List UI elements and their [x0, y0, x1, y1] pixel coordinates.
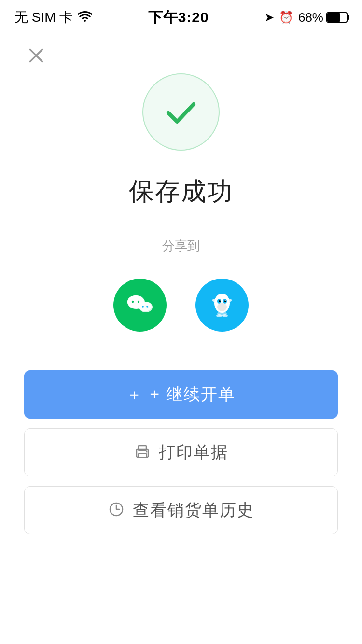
- action-buttons: ＋ + 继续开单 打印单据 查看销货单历: [24, 370, 338, 534]
- svg-point-12: [142, 306, 144, 308]
- status-time: 下午3:20: [148, 8, 209, 28]
- svg-rect-29: [139, 453, 146, 457]
- sim-text: 无 SIM 卡: [14, 8, 73, 27]
- printer-icon: [134, 443, 151, 462]
- svg-point-17: [222, 314, 228, 317]
- print-label: 打印单据: [159, 441, 228, 463]
- success-title: 保存成功: [129, 175, 233, 209]
- location-icon: ➤: [265, 11, 274, 24]
- battery-icon: [326, 12, 348, 23]
- status-left: 无 SIM 卡: [14, 8, 92, 27]
- divider-line-left: [24, 246, 153, 246]
- battery-block: 68%: [298, 10, 348, 25]
- svg-point-23: [225, 300, 226, 301]
- status-bar: 无 SIM 卡 下午3:20 ➤ ⏰ 68%: [0, 0, 362, 35]
- svg-point-9: [139, 302, 152, 311]
- plus-icon: ＋: [126, 387, 142, 402]
- battery-fill: [327, 13, 340, 22]
- share-label: 分享到: [162, 238, 200, 254]
- history-icon: [108, 501, 125, 520]
- main-content: 保存成功 分享到: [0, 35, 362, 563]
- divider-line-right: [209, 246, 338, 246]
- battery-percent: 68%: [298, 10, 323, 25]
- svg-point-26: [212, 299, 216, 302]
- qq-share-button[interactable]: [195, 279, 249, 332]
- svg-point-13: [146, 306, 148, 308]
- svg-point-11: [138, 301, 139, 303]
- history-label: 查看销货单历史: [133, 499, 254, 521]
- continue-label: + 继续开单: [150, 383, 235, 406]
- svg-point-22: [220, 300, 221, 301]
- share-divider: 分享到: [24, 238, 338, 254]
- close-button[interactable]: [24, 43, 48, 68]
- svg-point-31: [146, 451, 148, 452]
- wifi-icon: [78, 10, 92, 25]
- svg-point-16: [216, 314, 222, 317]
- wechat-share-button[interactable]: [113, 279, 167, 332]
- success-circle: [142, 73, 220, 151]
- status-right: ➤ ⏰ 68%: [265, 10, 348, 25]
- continue-button[interactable]: ＋ + 继续开单: [24, 370, 338, 419]
- svg-point-25: [217, 303, 227, 311]
- history-button[interactable]: 查看销货单历史: [24, 486, 338, 534]
- svg-point-10: [132, 301, 134, 303]
- svg-point-27: [228, 299, 232, 302]
- print-button[interactable]: 打印单据: [24, 428, 338, 476]
- share-icons-row: [24, 279, 338, 332]
- alarm-icon: ⏰: [279, 11, 293, 24]
